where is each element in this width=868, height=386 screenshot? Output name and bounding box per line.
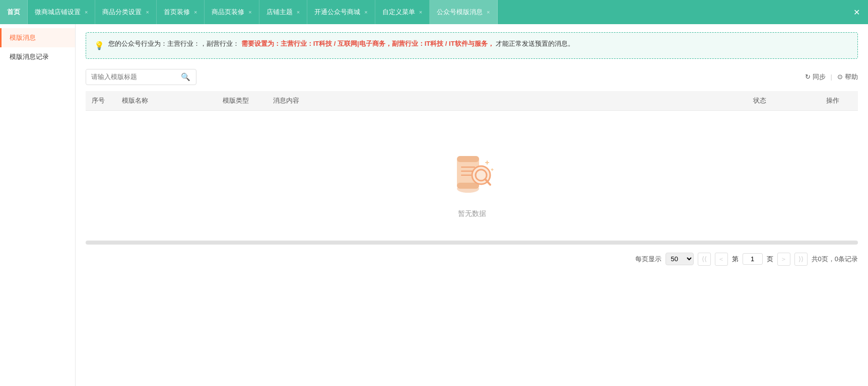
- help-circle-icon: ⊙: [837, 73, 843, 81]
- close-template-msg[interactable]: ×: [487, 9, 490, 15]
- table-header-row: 序号 模版名称 模版类型 消息内容 状态 操作: [86, 91, 858, 111]
- sync-icon: ↻: [805, 73, 811, 81]
- nav-tab-open-mall[interactable]: 开通公众号商城 ×: [307, 0, 375, 24]
- custom-menu-label: 自定义菜单: [382, 8, 415, 17]
- home-tab-label: 首页: [7, 8, 20, 17]
- pagination: 每页显示 50 10 20 100 ⟨⟨ ＜ 第 页 ＞ ⟩⟩ 共0页，0条记录: [86, 247, 858, 268]
- close-home-decor[interactable]: ×: [194, 9, 197, 15]
- page-label-before: 第: [732, 255, 739, 264]
- sidebar-item-template-message[interactable]: 模版消息: [0, 28, 75, 47]
- nav-tab-store-theme[interactable]: 店铺主题 ×: [259, 0, 307, 24]
- search-wrap: 🔍: [86, 69, 196, 85]
- nav-tab-product-decor[interactable]: 商品页装修 ×: [205, 0, 259, 24]
- store-theme-label: 店铺主题: [266, 8, 293, 17]
- search-input[interactable]: [86, 70, 177, 84]
- col-header-seq: 序号: [86, 91, 116, 111]
- shop-settings-label: 微商城店铺设置: [35, 8, 81, 17]
- toolbar: 🔍 ↻ 同步 | ⊙ 帮助: [86, 69, 858, 85]
- content-area: 💡 您的公众号行业为：主营行业：，副营行业： 需要设置为：主营行业：IT科技 /…: [76, 24, 868, 386]
- close-open-mall[interactable]: ×: [364, 9, 367, 15]
- col-header-action: 操作: [808, 91, 858, 111]
- col-header-type: 模版类型: [217, 91, 267, 111]
- first-page-icon: ⟨⟨: [702, 255, 707, 263]
- first-page-button[interactable]: ⟨⟨: [698, 253, 711, 266]
- sidebar-item-template-record[interactable]: 模版消息记录: [0, 47, 75, 66]
- page-size-label: 每页显示: [635, 255, 661, 264]
- close-all-icon: ✕: [853, 8, 860, 17]
- nav-tab-shop-settings[interactable]: 微商城店铺设置 ×: [28, 0, 95, 24]
- empty-text: 暂无数据: [458, 209, 486, 218]
- template-msg-label: 公众号模版消息: [437, 8, 483, 17]
- horizontal-scrollbar[interactable]: [86, 241, 858, 245]
- toolbar-right: ↻ 同步 | ⊙ 帮助: [805, 72, 858, 82]
- nav-tab-template-msg[interactable]: 公众号模版消息 ×: [430, 0, 497, 24]
- close-custom-menu[interactable]: ×: [419, 9, 422, 15]
- next-page-button[interactable]: ＞: [777, 253, 790, 266]
- col-header-name: 模版名称: [116, 91, 217, 111]
- empty-state: 暂无数据: [86, 111, 858, 239]
- nav-tab-product-category[interactable]: 商品分类设置 ×: [95, 0, 156, 24]
- help-label: 帮助: [845, 72, 858, 82]
- empty-state-row: 暂无数据: [86, 110, 858, 239]
- close-store-theme[interactable]: ×: [297, 9, 300, 15]
- page-number-input[interactable]: [743, 253, 763, 265]
- sync-label: 同步: [813, 72, 826, 82]
- page-size-select[interactable]: 50 10 20 100: [665, 253, 694, 265]
- notice-highlight: 需要设置为：主营行业：IT科技 / 互联网|电子商务，副营行业：IT科技 / I…: [241, 40, 494, 47]
- svg-rect-2: [457, 156, 479, 162]
- top-nav: 首页 微商城店铺设置 × 商品分类设置 × 首页装修 × 商品页装修 × 店铺主…: [0, 0, 868, 24]
- product-decor-label: 商品页装修: [212, 8, 244, 17]
- help-button[interactable]: ⊙ 帮助: [837, 72, 858, 82]
- svg-rect-3: [457, 183, 479, 189]
- notice-bulb-icon: 💡: [94, 39, 104, 52]
- last-page-icon: ⟩⟩: [798, 255, 804, 263]
- sidebar: 模版消息 模版消息记录: [0, 24, 76, 386]
- home-decor-label: 首页装修: [164, 8, 190, 17]
- product-category-label: 商品分类设置: [102, 8, 142, 17]
- col-header-content: 消息内容: [267, 91, 747, 111]
- notice-content: 您的公众号行业为：主营行业：，副营行业： 需要设置为：主营行业：IT科技 / 互…: [108, 39, 574, 49]
- page-label-after: 页: [767, 255, 773, 264]
- prev-page-button[interactable]: ＜: [715, 253, 728, 266]
- sidebar-template-message-label: 模版消息: [10, 34, 36, 41]
- nav-tab-home-decor[interactable]: 首页装修 ×: [157, 0, 205, 24]
- notice-box: 💡 您的公众号行业为：主营行业：，副营行业： 需要设置为：主营行业：IT科技 /…: [86, 32, 858, 59]
- close-all-tabs[interactable]: ✕: [845, 0, 868, 24]
- close-product-decor[interactable]: ×: [248, 9, 251, 15]
- data-table: 序号 模版名称 模版类型 消息内容 状态 操作: [86, 91, 858, 239]
- toolbar-divider: |: [831, 73, 832, 81]
- next-page-icon: ＞: [780, 255, 787, 264]
- notice-prefix: 您的公众号行业为：主营行业：，副营行业：: [108, 40, 239, 47]
- total-info: 共0页，0条记录: [812, 255, 858, 264]
- sidebar-template-record-label: 模版消息记录: [10, 53, 49, 60]
- close-product-category[interactable]: ×: [146, 9, 149, 15]
- empty-illustration: [442, 141, 502, 201]
- open-mall-label: 开通公众号商城: [314, 8, 360, 17]
- prev-page-icon: ＜: [718, 255, 724, 264]
- search-icon: 🔍: [181, 72, 190, 82]
- nav-tab-custom-menu[interactable]: 自定义菜单 ×: [375, 0, 430, 24]
- sync-button[interactable]: ↻ 同步: [805, 72, 826, 82]
- close-shop-settings[interactable]: ×: [85, 9, 88, 15]
- nav-tab-home[interactable]: 首页: [0, 0, 28, 24]
- search-button[interactable]: 🔍: [177, 69, 194, 85]
- notice-suffix: 才能正常发送预置的消息。: [496, 40, 574, 47]
- main-layout: 模版消息 模版消息记录 💡 您的公众号行业为：主营行业：，副营行业： 需要设置为…: [0, 24, 868, 386]
- col-header-status: 状态: [747, 91, 808, 111]
- last-page-button[interactable]: ⟩⟩: [794, 253, 808, 266]
